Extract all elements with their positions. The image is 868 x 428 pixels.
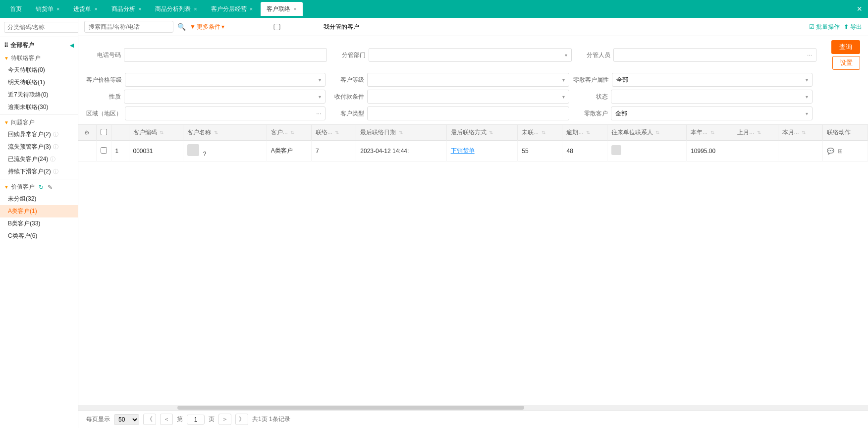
tab-customer-contact[interactable]: 客户联络 × [261, 2, 302, 16]
help-icon-4[interactable]: ⓘ [53, 168, 58, 175]
level-select[interactable]: ▾ [367, 73, 569, 87]
sidebar-item-churn-warning[interactable]: 流失预警客户(3) ⓘ [0, 141, 78, 153]
price-select[interactable]: ▾ [125, 73, 326, 87]
search-input[interactable] [84, 21, 173, 33]
tab-customer-segment-close[interactable]: × [250, 6, 253, 12]
col-overdue-sort-icon[interactable]: ⇅ [586, 130, 590, 135]
col-last-way[interactable]: 最后联络方式 ⇅ [446, 125, 518, 141]
tab-purchase[interactable]: 进货单 × [67, 2, 103, 16]
col-contact-sort-icon[interactable]: ⇅ [335, 130, 339, 135]
col-checkbox[interactable] [96, 125, 111, 141]
sidebar-item-today[interactable]: 今天待联络(0) [0, 64, 78, 76]
col-last-date-sort-icon[interactable]: ⇅ [399, 130, 403, 135]
close-all-button[interactable]: × [857, 4, 862, 14]
sidebar-item-abnormal[interactable]: 回购异常客户(2) ⓘ [0, 128, 78, 141]
settings-button[interactable]: 设置 [832, 56, 860, 70]
select-all-checkbox[interactable] [101, 129, 107, 135]
row-last-contact-way[interactable]: 下销货单 [446, 141, 518, 161]
col-last-date[interactable]: 最后联络日期 ⇅ [356, 125, 446, 141]
retail-cust-select[interactable]: 全部 ▾ [611, 107, 813, 120]
tab-analysis-list-close[interactable]: × [194, 6, 197, 12]
export-button[interactable]: ⬆ 导出 [844, 23, 862, 31]
tab-purchase-close[interactable]: × [94, 6, 97, 12]
next-page-button[interactable]: ＞ [218, 414, 231, 425]
tab-customer-contact-close[interactable]: × [293, 6, 296, 12]
col-contact[interactable]: 联络... ⇅ [312, 125, 356, 141]
person-select[interactable]: ··· [613, 48, 816, 62]
tab-customer-segment[interactable]: 客户分层经营 × [205, 2, 259, 16]
tab-analysis-list[interactable]: 商品分析列表 × [149, 2, 203, 16]
help-icon-2[interactable]: ⓘ [53, 143, 58, 151]
col-name[interactable]: 客户名称 ⇅ [183, 125, 267, 141]
phone-input[interactable] [124, 48, 327, 62]
col-unit-contact[interactable]: 往来单位联系人 ⇅ [607, 125, 686, 141]
dept-select[interactable]: ▾ [369, 48, 572, 62]
col-overdue[interactable]: 逾期... ⇅ [562, 125, 607, 141]
sidebar-item-tomorrow[interactable]: 明天待联络(1) [0, 76, 78, 89]
scrollbar-thumb[interactable] [177, 406, 524, 410]
col-unit-contact-sort-icon[interactable]: ⇅ [655, 130, 659, 135]
filter-icon: ▼ [190, 23, 196, 30]
row-checkbox[interactable] [96, 141, 111, 161]
col-last-month[interactable]: 上月... ⇅ [733, 125, 778, 141]
page-number-input[interactable] [187, 415, 205, 425]
query-button[interactable]: 查询 [831, 40, 860, 54]
sidebar-search-input[interactable] [4, 22, 78, 33]
last-contact-way-link[interactable]: 下销货单 [451, 147, 475, 154]
cust-type-select[interactable] [367, 107, 569, 120]
col-gear[interactable]: ⚙ [78, 125, 96, 141]
nature-select[interactable]: ▾ [124, 90, 326, 104]
sidebar-item-c-class[interactable]: C类客户(6) [0, 230, 78, 242]
col-code[interactable]: 客户编码 ⇅ [129, 125, 183, 141]
retail-attr-select[interactable]: 全部 ▾ [612, 73, 813, 87]
col-this-year[interactable]: 本年... ⇅ [687, 125, 733, 141]
last-page-button[interactable]: 》 [235, 414, 248, 425]
help-icon-1[interactable]: ⓘ [53, 131, 58, 138]
col-not-contacted[interactable]: 未联... ⇅ [518, 125, 562, 141]
search-button[interactable]: 🔍 [177, 23, 186, 31]
tab-sales-close[interactable]: × [56, 6, 59, 12]
sidebar-item-unclassified[interactable]: 未分组(32) [0, 193, 78, 205]
col-this-month[interactable]: 本月... ⇅ [778, 125, 822, 141]
my-customers-checkbox[interactable] [232, 24, 322, 30]
prev-page-button[interactable]: ＜ [160, 414, 173, 425]
triangle-icon-3: ▼ [4, 184, 9, 190]
refresh-icon[interactable]: ↻ [39, 184, 44, 191]
col-this-month-sort-icon[interactable]: ⇅ [802, 130, 806, 135]
sidebar-item-churned[interactable]: 已流失客户(24) ⓘ [0, 153, 78, 165]
sidebar-all-customers-header[interactable]: ⠿ 全部客户 ◀ [0, 37, 78, 52]
batch-op-button[interactable]: ☑ 批量操作 [809, 23, 840, 31]
horizontal-scrollbar[interactable] [78, 405, 868, 410]
sidebar-item-declining[interactable]: 持续下滑客户(2) ⓘ [0, 165, 78, 178]
sidebar-item-7days[interactable]: 近7天待联络(0) [0, 89, 78, 101]
status-select[interactable]: ▾ [611, 90, 813, 104]
sidebar-item-tomorrow-label: 明天待联络(1) [8, 78, 45, 87]
col-this-year-sort-icon[interactable]: ⇅ [710, 130, 714, 135]
collapse-icon[interactable]: ◀ [70, 43, 74, 48]
tab-analysis[interactable]: 商品分析 × [106, 2, 147, 16]
tab-analysis-close[interactable]: × [138, 6, 141, 12]
payment-select[interactable]: ▾ [367, 90, 569, 104]
help-icon-3[interactable]: ⓘ [50, 156, 55, 163]
area-select[interactable]: ··· [125, 107, 326, 120]
tab-home[interactable]: 首页 [4, 2, 28, 16]
row-select-checkbox[interactable] [101, 147, 107, 154]
sidebar-item-b-class[interactable]: B类客户(33) [0, 217, 78, 230]
more-conditions-button[interactable]: ▼ 更多条件 ▾ [190, 23, 224, 31]
edit-icon[interactable]: ✎ [48, 184, 53, 191]
col-code-sort-icon[interactable]: ⇅ [160, 130, 163, 135]
col-last-way-sort-icon[interactable]: ⇅ [489, 130, 493, 135]
filter-cell-phone: 电话号码 [86, 48, 327, 62]
col-level-sort-icon[interactable]: ⇅ [290, 130, 294, 135]
col-name-sort-icon[interactable]: ⇅ [214, 130, 218, 135]
col-not-contacted-sort-icon[interactable]: ⇅ [542, 130, 545, 135]
first-page-button[interactable]: 《 [143, 414, 156, 425]
col-last-month-sort-icon[interactable]: ⇅ [757, 130, 761, 135]
per-page-select[interactable]: 50 100 200 [114, 414, 139, 425]
col-level[interactable]: 客户... ⇅ [267, 125, 311, 141]
tab-sales[interactable]: 销货单 × [30, 2, 65, 16]
sidebar-item-a-class[interactable]: A类客户(1) [0, 205, 78, 217]
sidebar-item-overdue[interactable]: 逾期未联络(30) [0, 101, 78, 113]
chat-icon[interactable]: 💬 [827, 148, 834, 155]
qr-icon[interactable]: ⊞ [838, 148, 843, 155]
